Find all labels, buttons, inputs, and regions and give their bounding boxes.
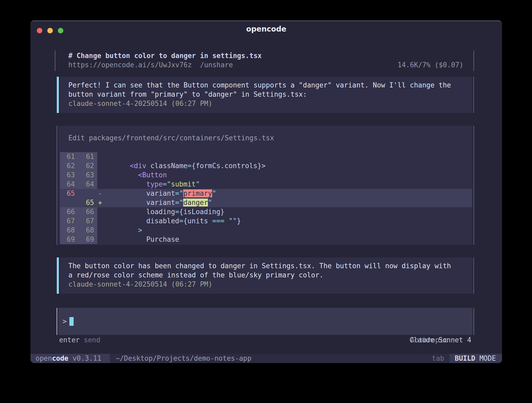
titlebar: opencode (30, 21, 502, 37)
share-url-line[interactable]: https://opencode.ai/s/UwJxv76z /unshare (68, 60, 233, 70)
share-url[interactable]: https://opencode.ai/s/UwJxv76z (68, 61, 192, 69)
edit-file-path: Edit packages/frontend/src/containers/Se… (68, 133, 274, 143)
line-number-gutter: 6262 (60, 161, 97, 170)
line-number-gutter: 6666 (60, 207, 97, 216)
working-directory: ~/Desktop/Projects/demo-notes-app (116, 354, 252, 363)
code-line: Purchase (105, 235, 179, 244)
diff-row: 65- variant="primary" (60, 189, 472, 198)
status-bar: opencode v0.3.11 ~/Desktop/Projects/demo… (30, 354, 502, 363)
hint-row: enter send Anthropic Claude Sonnet 4 (57, 335, 474, 345)
assistant-message: The button color has been changed to dan… (57, 257, 474, 294)
diff-row: 6767 disabled={units === ""} (60, 216, 472, 226)
code-line: disabled={units === ""} (105, 216, 241, 226)
old-line-number: 61 (60, 152, 75, 161)
enter-key-hint: enter (59, 335, 80, 345)
line-number-gutter: 65 (60, 198, 97, 207)
line-number-gutter: 6363 (60, 170, 97, 180)
old-line-number: 69 (60, 235, 75, 244)
new-line-number (75, 189, 94, 198)
old-line-number (60, 198, 75, 207)
diff-marker: - (97, 189, 105, 198)
text-cursor (69, 317, 74, 326)
model-timestamp: claude-sonnet-4-20250514 (06:27 PM) (68, 99, 451, 108)
unshare-command[interactable]: /unshare (192, 61, 233, 69)
code-line: <Button (105, 170, 167, 180)
old-line-number: 62 (60, 161, 75, 170)
opencode-terminal-window: opencode # Change button color to danger… (30, 20, 502, 363)
edit-tool-block: Edit packages/frontend/src/containers/Se… (57, 126, 474, 245)
diff-marker (97, 170, 105, 180)
code-line: variant="danger" (105, 198, 212, 207)
new-line-number: 61 (75, 152, 94, 161)
header-right-border (473, 50, 474, 71)
new-line-number: 66 (75, 207, 94, 216)
edit-right-border (473, 126, 474, 245)
session-header: # Change button color to danger in setti… (30, 50, 502, 71)
diff-marker (97, 207, 105, 216)
diff-marker (97, 226, 105, 235)
diff-row: 6161 (60, 152, 472, 161)
old-line-number: 66 (60, 207, 75, 216)
old-line-number: 67 (60, 216, 75, 226)
edit-left-border (57, 126, 57, 245)
message-line: The button color has been changed to dan… (68, 261, 451, 271)
message-accent-bar (57, 257, 59, 294)
diff-row: 6262 <div className={formCs.controls}> (60, 161, 472, 170)
tab-key-hint: tab (432, 354, 444, 363)
model-timestamp: claude-sonnet-4-20250514 (06:27 PM) (68, 280, 451, 289)
diff-row: 65+ variant="danger" (60, 198, 472, 207)
old-line-number: 63 (60, 170, 75, 180)
line-number-gutter: 65 (60, 189, 97, 198)
input-right-border (473, 308, 474, 335)
diff-row: 6868 > (60, 226, 472, 235)
input-left-border (57, 308, 57, 335)
code-line: type="submit" (105, 180, 200, 189)
token-usage-stats: 14.6K/7% ($0.07) (398, 60, 463, 70)
build-mode-label: BUILD MODE (455, 354, 496, 363)
old-line-number: 65 (60, 189, 75, 198)
line-number-gutter: 6969 (60, 235, 97, 244)
old-line-number: 64 (60, 180, 75, 189)
new-line-number: 64 (75, 180, 94, 189)
line-number-gutter: 6868 (60, 226, 97, 235)
new-line-number: 67 (75, 216, 94, 226)
line-number-gutter: 6464 (60, 180, 97, 189)
new-line-number: 63 (75, 170, 94, 180)
input-background (58, 308, 472, 335)
diff-marker (97, 235, 105, 244)
diff-row: 6464 type="submit" (60, 180, 472, 189)
message-right-border (473, 257, 474, 294)
diff-row: 6666 loading={isLoading} (60, 207, 472, 216)
code-line: > (105, 226, 142, 235)
assistant-message: Perfect! I can see that the Button compo… (57, 77, 474, 113)
diff-row: 6969 Purchase (60, 235, 472, 244)
app-version: opencode v0.3.11 (35, 354, 101, 363)
message-line: a red/rose color scheme instead of the b… (68, 271, 451, 280)
code-line: variant="primary" (105, 189, 216, 198)
code-line: loading={isLoading} (105, 207, 224, 216)
diff-marker (97, 180, 105, 189)
diff-marker (97, 152, 105, 161)
new-line-number: 68 (75, 226, 94, 235)
message-accent-bar (57, 77, 59, 113)
diff-marker: + (97, 198, 105, 207)
prompt-chevron: > (63, 317, 67, 326)
line-number-gutter: 6161 (60, 152, 97, 161)
code-line: <div className={formCs.controls}> (105, 161, 266, 170)
new-line-number: 62 (75, 161, 94, 170)
send-action-hint: send (84, 335, 100, 345)
message-line: button variant from "primary" to "danger… (68, 90, 451, 99)
message-line: Perfect! I can see that the Button compo… (68, 81, 451, 90)
window-title: opencode (30, 21, 502, 37)
diff-marker (97, 161, 105, 170)
model-name: Claude Sonnet 4 (410, 335, 471, 345)
new-line-number: 65 (75, 198, 94, 207)
old-line-number: 68 (60, 226, 75, 235)
session-title: # Change button color to danger in setti… (68, 51, 262, 60)
diff-marker (97, 216, 105, 226)
prompt-input[interactable]: > (57, 308, 474, 335)
new-line-number: 69 (75, 235, 94, 244)
diff-row: 6363 <Button (60, 170, 472, 180)
line-number-gutter: 6767 (60, 216, 97, 226)
header-left-border (55, 50, 55, 71)
